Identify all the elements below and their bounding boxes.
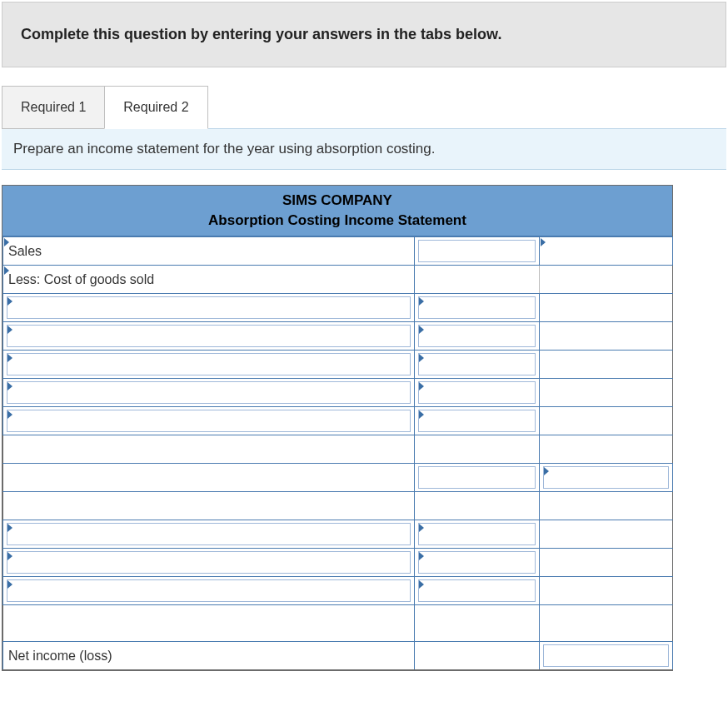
tab-required-1[interactable]: Required 1 xyxy=(2,86,104,129)
instruction-bar: Complete this question by entering your … xyxy=(2,2,726,67)
dropdown-field[interactable] xyxy=(7,381,411,404)
empty-cell xyxy=(540,407,673,435)
dropdown-field[interactable] xyxy=(7,353,411,375)
row-spacer-2 xyxy=(3,492,673,520)
item-amount[interactable] xyxy=(415,577,540,605)
empty-cell xyxy=(415,266,540,294)
empty-cell xyxy=(415,605,540,642)
input-box[interactable] xyxy=(418,551,536,574)
item-amount[interactable] xyxy=(415,520,540,549)
dropdown-field[interactable] xyxy=(7,551,411,574)
tab-label: Required 1 xyxy=(21,100,86,114)
item-dropdown[interactable] xyxy=(3,520,415,549)
input-box[interactable] xyxy=(418,410,536,432)
empty-cell xyxy=(3,492,415,520)
input-box[interactable] xyxy=(418,325,536,347)
row-item-8 xyxy=(3,577,673,605)
row-item-5 xyxy=(3,407,673,435)
row-item-4 xyxy=(3,379,673,407)
empty-cell xyxy=(540,379,673,407)
row-item-2 xyxy=(3,322,673,351)
empty-cell xyxy=(540,322,673,351)
item-dropdown[interactable] xyxy=(3,351,415,379)
row-item-7 xyxy=(3,549,673,577)
empty-cell xyxy=(540,435,673,464)
input-box[interactable] xyxy=(418,523,536,545)
row-net-income: Net income (loss) xyxy=(3,642,673,670)
item-dropdown[interactable] xyxy=(3,322,415,351)
empty-cell xyxy=(415,435,540,464)
empty-cell xyxy=(3,605,415,642)
item-dropdown[interactable] xyxy=(3,294,415,322)
label-less-cogs: Less: Cost of goods sold xyxy=(3,266,415,294)
sales-amount-mid[interactable] xyxy=(415,237,540,266)
worksheet-header: SIMS COMPANY Absorption Costing Income S… xyxy=(2,186,672,236)
empty-cell xyxy=(540,294,673,322)
tab-required-2[interactable]: Required 2 xyxy=(104,86,207,129)
input-box[interactable] xyxy=(418,381,536,404)
label-net-income: Net income (loss) xyxy=(3,642,415,670)
empty-cell xyxy=(540,492,673,520)
prompt-text: Prepare an income statement for the year… xyxy=(13,141,436,157)
input-box[interactable] xyxy=(418,353,536,375)
empty-cell xyxy=(3,464,415,492)
company-name: SIMS COMPANY xyxy=(2,186,672,211)
row-spacer-1 xyxy=(3,435,673,464)
dropdown-icon xyxy=(4,238,9,246)
input-box[interactable] xyxy=(418,240,536,262)
item-amount[interactable] xyxy=(415,407,540,435)
row-item-6 xyxy=(3,520,673,549)
item-dropdown[interactable] xyxy=(3,379,415,407)
label-text: Net income (loss) xyxy=(8,649,112,663)
worksheet: SIMS COMPANY Absorption Costing Income S… xyxy=(2,185,673,671)
empty-cell xyxy=(540,266,673,294)
item-dropdown[interactable] xyxy=(3,549,415,577)
input-box[interactable] xyxy=(418,579,536,602)
empty-cell xyxy=(540,520,673,549)
dropdown-field[interactable] xyxy=(7,410,411,432)
tab-label: Required 2 xyxy=(123,100,188,114)
tabs-container: Required 1 Required 2 xyxy=(2,86,728,129)
item-dropdown[interactable] xyxy=(3,407,415,435)
input-box[interactable] xyxy=(418,466,536,489)
dropdown-field[interactable] xyxy=(7,296,411,319)
subtotal-right[interactable] xyxy=(540,464,673,492)
row-spacer-3 xyxy=(3,605,673,642)
label-text: Less: Cost of goods sold xyxy=(8,272,154,286)
dropdown-field[interactable] xyxy=(7,579,411,602)
input-box[interactable] xyxy=(543,644,669,667)
dropdown-icon xyxy=(541,238,546,246)
empty-cell xyxy=(540,577,673,605)
worksheet-table: Sales Less: Cost of goods sold xyxy=(2,236,673,670)
item-amount[interactable] xyxy=(415,351,540,379)
row-item-3 xyxy=(3,351,673,379)
item-amount[interactable] xyxy=(415,294,540,322)
item-amount[interactable] xyxy=(415,549,540,577)
dropdown-field[interactable] xyxy=(7,523,411,545)
empty-cell xyxy=(415,642,540,670)
row-subtotal-1 xyxy=(3,464,673,492)
instruction-text: Complete this question by entering your … xyxy=(21,26,501,42)
sales-amount-right[interactable] xyxy=(540,237,673,266)
input-box[interactable] xyxy=(418,296,536,319)
empty-cell xyxy=(540,549,673,577)
item-amount[interactable] xyxy=(415,322,540,351)
item-dropdown[interactable] xyxy=(3,577,415,605)
label-text: Sales xyxy=(8,244,42,258)
dropdown-field[interactable] xyxy=(7,325,411,347)
item-amount[interactable] xyxy=(415,379,540,407)
net-income-amount[interactable] xyxy=(540,642,673,670)
row-less-cogs: Less: Cost of goods sold xyxy=(3,266,673,294)
empty-cell xyxy=(540,605,673,642)
prompt-bar: Prepare an income statement for the year… xyxy=(2,128,726,170)
dropdown-icon xyxy=(4,266,9,275)
empty-cell xyxy=(415,492,540,520)
empty-cell xyxy=(3,435,415,464)
input-box[interactable] xyxy=(543,466,669,489)
subtotal-mid[interactable] xyxy=(415,464,540,492)
statement-title: Absorption Costing Income Statement xyxy=(2,211,672,236)
row-sales: Sales xyxy=(3,237,673,266)
row-item-1 xyxy=(3,294,673,322)
label-sales: Sales xyxy=(3,237,415,266)
empty-cell xyxy=(540,351,673,379)
